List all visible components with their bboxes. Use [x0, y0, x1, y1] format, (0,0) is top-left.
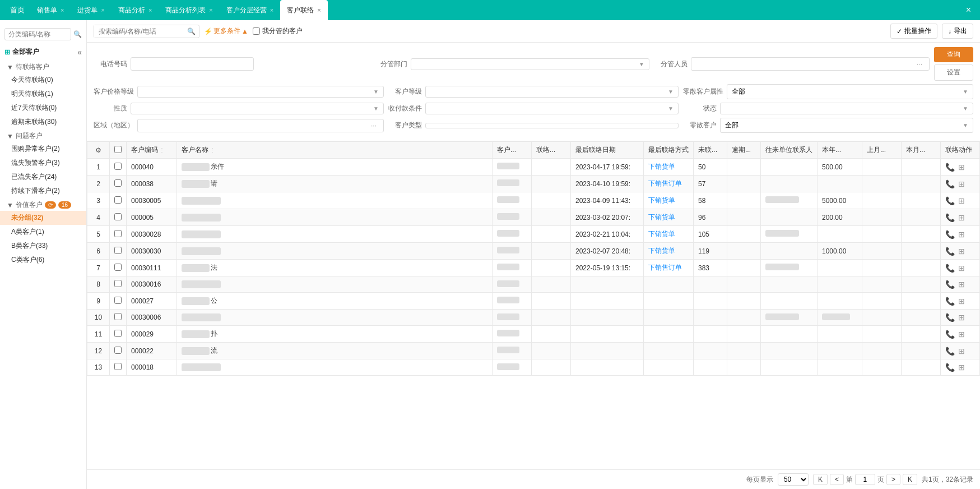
close-customer-tier-tab[interactable]: ×	[270, 7, 273, 13]
prev-page-button[interactable]: <	[830, 474, 844, 485]
sidebar-item-ungrouped[interactable]: 未分组(32)	[0, 211, 86, 225]
section-problem-customers[interactable]: ▼ 问题客户	[0, 129, 86, 142]
phone-icon[interactable]: 📞	[945, 297, 955, 306]
filter-more-conditions[interactable]: ⚡ 更多条件 ▲	[204, 26, 248, 36]
col-header-checkbox[interactable]	[110, 142, 127, 159]
per-page-select[interactable]: 50 20 100	[778, 473, 809, 486]
last-page-button[interactable]: K	[903, 474, 917, 485]
row-checkbox[interactable]	[114, 163, 122, 170]
adv-dept-select[interactable]: ▼	[411, 58, 649, 70]
filter-search-icon[interactable]: 🔍	[184, 25, 199, 38]
resize-handle2[interactable]: ⋮	[210, 147, 215, 153]
row-checkbox[interactable]	[114, 264, 122, 271]
grid-action-icon[interactable]: ⊞	[958, 363, 965, 372]
adv-retail-attr-select[interactable]: 全部 ▼	[727, 84, 973, 99]
grid-action-icon[interactable]: ⊞	[958, 330, 965, 339]
grid-action-icon[interactable]: ⊞	[958, 230, 965, 239]
batch-operation-button[interactable]: ✓ 批量操作	[890, 24, 937, 39]
grid-action-icon[interactable]: ⊞	[958, 347, 965, 356]
adv-customer-level-select[interactable]: ▼	[425, 86, 679, 98]
filter-my-customers[interactable]: 我分管的客户	[253, 26, 303, 36]
adv-status-select[interactable]: ▼	[720, 103, 973, 114]
sidebar-item-churned[interactable]: 已流失客户(24)	[0, 170, 86, 184]
query-button[interactable]: 查询	[934, 47, 973, 62]
nav-home[interactable]: 首页	[4, 5, 30, 15]
nav-tab-analysis[interactable]: 商品分析 ×	[112, 0, 159, 20]
close-all-tabs[interactable]: ×	[962, 5, 976, 15]
close-analysis-list-tab[interactable]: ×	[209, 7, 212, 13]
phone-icon[interactable]: 📞	[945, 179, 955, 188]
row-checkbox-cell[interactable]	[110, 326, 127, 343]
close-purchase-tab[interactable]: ×	[101, 7, 104, 13]
row-checkbox[interactable]	[114, 363, 122, 370]
row-checkbox[interactable]	[114, 280, 122, 287]
resize-handle[interactable]: ⋮	[159, 147, 165, 153]
collapse-btn[interactable]: «	[77, 48, 82, 57]
phone-icon[interactable]: 📞	[945, 347, 955, 356]
row-checkbox-cell[interactable]	[110, 343, 127, 359]
grid-action-icon[interactable]: ⊞	[958, 247, 965, 256]
reset-button[interactable]: 设置	[934, 64, 973, 81]
phone-icon[interactable]: 📞	[945, 196, 955, 205]
sidebar-item-overdue[interactable]: 逾期未联络(30)	[0, 115, 86, 129]
select-all-checkbox[interactable]	[114, 146, 122, 153]
sidebar-item-today[interactable]: 今天待联络(0)	[0, 73, 86, 87]
adv-region-select[interactable]: ···	[137, 119, 384, 132]
row-checkbox-cell[interactable]	[110, 176, 127, 192]
row-checkbox[interactable]	[114, 247, 122, 254]
adv-retail-customer-select[interactable]: 全部 ▼	[720, 118, 973, 133]
close-analysis-tab[interactable]: ×	[148, 7, 152, 13]
nav-tab-analysis-list[interactable]: 商品分析列表 ×	[159, 0, 219, 20]
adv-dots-icon2[interactable]: ···	[369, 122, 379, 130]
grid-action-icon[interactable]: ⊞	[958, 163, 965, 172]
grid-action-icon[interactable]: ⊞	[958, 313, 965, 322]
adv-price-level-select[interactable]: ▼	[137, 86, 384, 98]
adv-dots-icon[interactable]: ···	[914, 60, 925, 68]
row-checkbox-cell[interactable]	[110, 226, 127, 243]
page-number-input[interactable]	[855, 474, 875, 485]
section-value-customers[interactable]: ▼ 价值客户 ⟳ 16	[0, 198, 86, 211]
grid-action-icon[interactable]: ⊞	[958, 213, 965, 222]
row-checkbox-cell[interactable]	[110, 260, 127, 276]
row-checkbox[interactable]	[114, 313, 122, 320]
method-link[interactable]: 下销货单	[648, 196, 675, 204]
nav-tab-sales[interactable]: 销售单 ×	[30, 0, 71, 20]
row-checkbox[interactable]	[114, 330, 122, 337]
method-link[interactable]: 下销货单	[648, 213, 675, 221]
nav-tab-customer-tier[interactable]: 客户分层经营 ×	[220, 0, 280, 20]
sidebar-item-declining[interactable]: 持续下滑客户(2)	[0, 184, 86, 198]
row-checkbox-cell[interactable]	[110, 192, 127, 209]
section-pending-contact[interactable]: ▼ 待联络客户	[0, 60, 86, 73]
nav-tab-customer-contact[interactable]: 客户联络 ×	[280, 0, 327, 20]
row-checkbox-cell[interactable]	[110, 359, 127, 376]
row-checkbox-cell[interactable]	[110, 293, 127, 310]
first-page-button[interactable]: K	[813, 474, 828, 485]
row-checkbox[interactable]	[114, 297, 122, 304]
phone-icon[interactable]: 📞	[945, 363, 955, 372]
phone-icon[interactable]: 📞	[945, 163, 955, 172]
sidebar-item-churn-warning[interactable]: 流失预警客户(3)	[0, 156, 86, 170]
row-checkbox[interactable]	[114, 213, 122, 220]
grid-action-icon[interactable]: ⊞	[958, 196, 965, 205]
row-checkbox-cell[interactable]	[110, 243, 127, 260]
sidebar-item-class-c[interactable]: C类客户(6)	[0, 253, 86, 267]
method-link[interactable]: 下销售订单	[648, 264, 682, 271]
row-checkbox[interactable]	[114, 230, 122, 237]
nav-tab-purchase[interactable]: 进货单 ×	[71, 0, 111, 20]
row-checkbox[interactable]	[114, 179, 122, 187]
phone-icon[interactable]: 📞	[945, 213, 955, 222]
sidebar-item-hoarding[interactable]: 囤购异常客户(2)	[0, 142, 86, 156]
phone-icon[interactable]: 📞	[945, 264, 955, 273]
method-link[interactable]: 下销货单	[648, 247, 675, 255]
settings-gear-icon[interactable]: ⚙	[95, 146, 101, 154]
phone-icon[interactable]: 📞	[945, 280, 955, 289]
row-checkbox-cell[interactable]	[110, 159, 127, 176]
export-button[interactable]: ↓ 导出	[942, 24, 973, 39]
close-sales-tab[interactable]: ×	[61, 7, 64, 13]
sidebar-search-icon[interactable]: 🔍	[73, 30, 82, 38]
sidebar-item-tomorrow[interactable]: 明天待联络(1)	[0, 87, 86, 101]
method-link[interactable]: 下销售订单	[648, 179, 682, 187]
adv-payment-select[interactable]: ▼	[425, 103, 679, 114]
grid-action-icon[interactable]: ⊞	[958, 280, 965, 289]
adv-phone-input[interactable]	[131, 57, 254, 71]
